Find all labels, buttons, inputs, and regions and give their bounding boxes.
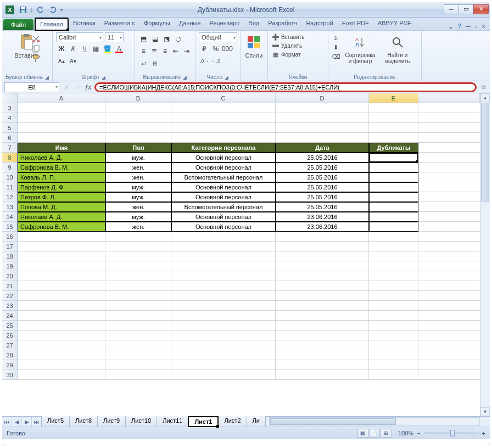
sheet-tab-Лист1[interactable]: Лист1 xyxy=(188,416,219,427)
cell-A10[interactable]: Коваль Л. П. xyxy=(18,172,105,182)
italic-button[interactable]: К xyxy=(68,43,79,54)
row-header[interactable]: 20 xyxy=(2,271,18,281)
cell-E8[interactable] xyxy=(369,153,418,163)
vscroll-thumb[interactable] xyxy=(481,103,489,201)
orientation-icon[interactable]: ⭯ xyxy=(173,33,184,44)
cell-C29[interactable] xyxy=(171,360,276,370)
cell-D18[interactable] xyxy=(276,251,369,261)
cell-A20[interactable] xyxy=(18,271,105,281)
sheet-tab-Лист2[interactable]: Лист2 xyxy=(218,416,247,427)
row-header[interactable]: 13 xyxy=(2,202,18,212)
row-header[interactable]: 21 xyxy=(2,281,18,291)
cell-D8[interactable]: 25.05.2016 xyxy=(276,153,369,163)
cell-C20[interactable] xyxy=(171,271,276,281)
sheet-nav-prev-icon[interactable]: ◀ xyxy=(12,417,22,427)
font-color-button[interactable]: A xyxy=(114,43,125,54)
ribbon-tab-рецензиро[interactable]: Рецензиро xyxy=(205,18,244,30)
hscroll-thumb[interactable] xyxy=(270,418,396,425)
row-header[interactable]: 25 xyxy=(2,321,18,331)
cell-B25[interactable] xyxy=(105,321,171,331)
format-cells-button[interactable]: Формат xyxy=(281,52,301,58)
cell-A16[interactable] xyxy=(18,232,105,242)
row-header[interactable]: 12 xyxy=(2,192,18,202)
cell-B19[interactable] xyxy=(105,261,171,271)
formula-expand-icon[interactable]: ⧉ xyxy=(479,84,488,91)
row-header[interactable]: 5 xyxy=(2,123,18,133)
zoom-out-button[interactable]: − xyxy=(417,430,420,436)
doc-minimize-button[interactable]: ─ xyxy=(466,23,471,30)
cell-B17[interactable] xyxy=(105,242,171,251)
font-popout-icon[interactable]: ◢ xyxy=(102,75,105,80)
increase-font-icon[interactable]: A▴ xyxy=(56,55,67,66)
ribbon-tab-abbyy pdf[interactable]: ABBYY PDF xyxy=(373,18,416,30)
cell-B28[interactable] xyxy=(105,350,171,360)
cell-E9[interactable] xyxy=(369,163,418,172)
cell-E23[interactable] xyxy=(369,301,418,311)
fill-icon[interactable]: ⬇ xyxy=(332,43,340,52)
increase-decimal-icon[interactable]: ,0→ xyxy=(199,55,210,66)
cell-B8[interactable]: муж. xyxy=(105,153,171,163)
ribbon-tab-вставка[interactable]: Вставка xyxy=(69,18,100,30)
align-middle-icon[interactable]: ⬓ xyxy=(150,33,161,44)
cell-D14[interactable]: 23.06.2016 xyxy=(276,212,369,222)
cell-C24[interactable] xyxy=(171,311,276,321)
number-format-combo[interactable]: Общий xyxy=(199,32,237,42)
cell-C17[interactable] xyxy=(171,242,276,251)
cell-E13[interactable] xyxy=(369,202,418,212)
cell-A15[interactable]: Сафронова В. М. xyxy=(18,222,105,232)
border-button[interactable]: ▦ xyxy=(91,43,102,54)
maximize-button[interactable]: ▭ xyxy=(459,4,474,14)
cell-D3[interactable] xyxy=(276,103,369,113)
cell-C27[interactable] xyxy=(171,340,276,350)
wrap-text-button[interactable]: ⮐ xyxy=(138,58,149,69)
vertical-scrollbar[interactable]: ▲ ▼ xyxy=(480,93,490,416)
undo-button[interactable] xyxy=(35,4,46,15)
cell-C14[interactable]: Основной персонал xyxy=(171,212,276,222)
cell-B9[interactable]: жен. xyxy=(105,163,171,172)
cell-D29[interactable] xyxy=(276,360,369,370)
underline-button[interactable]: Ч xyxy=(79,43,90,54)
cell-D6[interactable] xyxy=(276,133,369,143)
row-header[interactable]: 27 xyxy=(2,340,18,350)
cell-D20[interactable] xyxy=(276,271,369,281)
currency-icon[interactable]: ₽ xyxy=(199,43,210,54)
close-button[interactable]: ✕ xyxy=(473,4,489,14)
fill-color-button[interactable]: 🪣 xyxy=(102,43,113,54)
cell-E28[interactable] xyxy=(369,350,418,360)
cell-A4[interactable] xyxy=(18,113,105,123)
row-header[interactable]: 9 xyxy=(2,163,18,172)
cell-B24[interactable] xyxy=(105,311,171,321)
sheet-nav-next-icon[interactable]: ▶ xyxy=(22,417,32,427)
cut-icon[interactable] xyxy=(32,35,41,43)
cell-C4[interactable] xyxy=(171,113,276,123)
indent-increase-icon[interactable]: ⇥ xyxy=(181,46,192,57)
align-top-icon[interactable]: ⬒ xyxy=(138,33,149,44)
cell-B26[interactable] xyxy=(105,331,171,340)
sheet-tab-Лист9[interactable]: Лист9 xyxy=(97,416,126,427)
cell-C21[interactable] xyxy=(171,281,276,291)
file-tab[interactable]: Файл xyxy=(3,19,33,30)
cell-D15[interactable]: 23.06.2016 xyxy=(276,222,369,232)
cell-B7[interactable]: Пол xyxy=(105,143,171,153)
cell-C28[interactable] xyxy=(171,350,276,360)
cell-C11[interactable]: Основной персонал xyxy=(171,182,276,192)
font-size-combo[interactable]: 11 xyxy=(105,32,124,42)
decrease-decimal-icon[interactable]: ←,0 xyxy=(210,55,221,66)
ribbon-tab-foxit pdf[interactable]: Foxit PDF xyxy=(338,18,373,30)
cell-A26[interactable] xyxy=(18,331,105,340)
cell-C7[interactable]: Категория персонала xyxy=(171,143,276,153)
cell-D22[interactable] xyxy=(276,291,369,301)
view-normal-button[interactable]: ▦ xyxy=(357,429,368,438)
row-header[interactable]: 7 xyxy=(2,143,18,153)
sheet-tab-Лист5[interactable]: Лист5 xyxy=(41,416,70,427)
row-header[interactable]: 10 xyxy=(2,172,18,182)
ribbon-tab-главная[interactable]: Главная xyxy=(35,18,69,31)
cell-E30[interactable] xyxy=(369,370,418,380)
bold-button[interactable]: Ж xyxy=(56,43,67,54)
cell-A6[interactable] xyxy=(18,133,105,143)
zoom-in-button[interactable]: + xyxy=(482,430,485,436)
cell-D21[interactable] xyxy=(276,281,369,291)
ribbon-tab-данные[interactable]: Данные xyxy=(175,18,205,30)
cell-A29[interactable] xyxy=(18,360,105,370)
cell-E14[interactable] xyxy=(369,212,418,222)
